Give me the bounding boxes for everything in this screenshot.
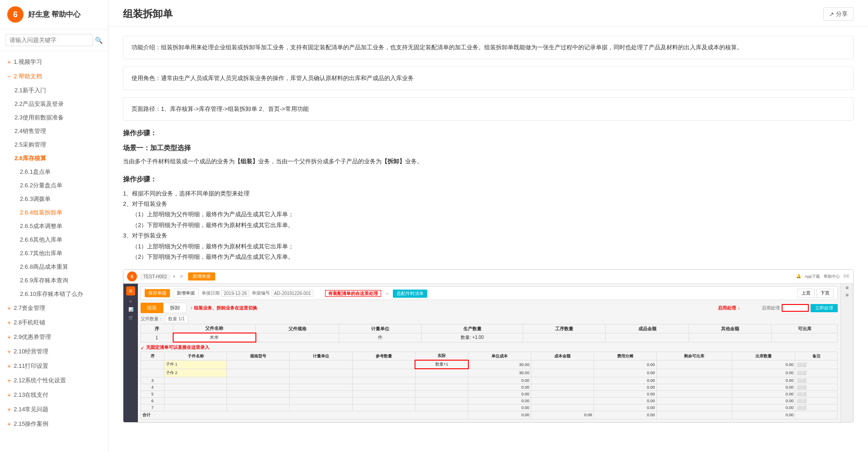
- btd-unit-cost-1: 30.00: [468, 360, 531, 369]
- sidebar-item-video[interactable]: + 1.视频学习: [0, 55, 108, 69]
- sidebar-item-video-label: 1.视频学习: [14, 58, 42, 66]
- sidebar-item-sales[interactable]: 2.4销售管理: [0, 124, 108, 138]
- top-table-label-text: 父件数量：: [141, 316, 163, 322]
- share-button[interactable]: ↗ 分享: [823, 7, 854, 21]
- search-button[interactable]: 🔍: [95, 37, 103, 44]
- plus-icon-2: +: [7, 305, 11, 312]
- sidebar-item-print[interactable]: + 2.11打印设置: [0, 359, 108, 373]
- process-type-disassemble[interactable]: 拆卸: [163, 303, 187, 313]
- plus-icon-5: +: [7, 348, 11, 355]
- inner-new-btn[interactable]: 新增单据: [188, 272, 215, 281]
- sidebar-item-mobile[interactable]: + 2.8手机旺铺: [0, 315, 108, 330]
- inner-main-area: 保存单据 新增单据 单据日期 2019-12-26 单据编号 AD-201912…: [138, 284, 840, 422]
- bth-remain: 剩余可出库: [656, 352, 732, 361]
- sidebar-item-mobile-label: 2.8手机旺铺: [14, 319, 45, 327]
- inner-right-icon-1: ⊕: [845, 285, 849, 290]
- btd-unit-7: [290, 404, 353, 411]
- inner-new-doc-btn[interactable]: 新增单据: [173, 289, 199, 298]
- process-type-assembly[interactable]: 组装: [141, 303, 163, 313]
- btd-remain-6: [656, 397, 732, 404]
- btd-unit-cost-2: 30.00: [468, 369, 531, 377]
- btd-out-qty-1: 0.00: [732, 360, 795, 369]
- sidebar-item-custom[interactable]: + 2.12系统个性化设置: [0, 373, 108, 388]
- inner-nav-icon2: App下载: [805, 274, 820, 280]
- sidebar-item-finance-label: 2.7资金管理: [14, 304, 45, 312]
- sidebar-item-cases[interactable]: + 2.15操作案例: [0, 417, 108, 431]
- sidebar-item-adjust[interactable]: 2.6.3调拨单: [0, 192, 108, 206]
- btd-seq-1: [141, 360, 165, 369]
- footer-total-label: 合计: [141, 411, 468, 419]
- btd-actual-2: [415, 369, 468, 377]
- btd-ref-qty-2: [353, 369, 415, 377]
- btd-cost-amt-5: [531, 390, 594, 397]
- inner-bom-btn[interactable]: 选配件料清单: [393, 290, 427, 298]
- sidebar-item-coupon[interactable]: + 2.9优惠券管理: [0, 330, 108, 344]
- btd-alloc-3: 0.00: [594, 377, 656, 384]
- btd-spec-1: [227, 360, 290, 369]
- steps-sub-title: 操作步骤：: [123, 175, 854, 184]
- btd-unit-5: [290, 390, 353, 397]
- td-avail-out-1: [772, 333, 838, 342]
- bold-assembly: 【组装】: [235, 158, 258, 165]
- table-row: 1 米米 件 数量: +1.00: [141, 333, 838, 342]
- sidebar-item-data[interactable]: 2.3使用前数据准备: [0, 111, 108, 124]
- footer-amount2: 0.06: [531, 411, 594, 419]
- table-row: 6 0.00 0.00 0: [141, 397, 838, 404]
- btd-seq-5: 5: [141, 390, 165, 397]
- plus-icon-6: +: [7, 362, 11, 370]
- table-row: 3 0.00 0.00 0: [141, 377, 838, 384]
- sidebar-item-docs[interactable]: − 2.帮助文档: [0, 69, 108, 84]
- step2-sub2: （2）下部明细为子件明细，最终作为原材料生成其它出库单。: [132, 220, 854, 230]
- step3-sub1: （1）上部明细为父件明细，最终作为原材料生成其它出库单；: [132, 241, 854, 252]
- sidebar-item-install[interactable]: 2.2产品安装及登录: [0, 97, 108, 111]
- sidebar-item-online-pay[interactable]: + 2.13在线支付: [0, 388, 108, 402]
- sidebar-item-stocktake[interactable]: 2.6.1盘点单: [0, 165, 108, 179]
- sidebar-item-faq[interactable]: + 2.14常见问题: [0, 402, 108, 417]
- sidebar-item-error[interactable]: 2.6.10库存账本错了么办: [0, 287, 108, 301]
- inner-save-btn[interactable]: 保存单据: [145, 289, 170, 297]
- main-content: 组装拆卸单 ↗ 分享 功能介绍：组装拆卸单用来处理企业组装或拆卸等加工业务，支持…: [108, 0, 868, 452]
- inner-date-field: 单据日期 2019-12-26: [202, 290, 249, 297]
- btd-ref-qty-4: [353, 384, 415, 390]
- sidebar-item-cost-calc[interactable]: 2.6.8商品成本重算: [0, 260, 108, 274]
- sidebar-item-other-in[interactable]: 2.6.6其他入库单: [0, 233, 108, 247]
- td-prod-amt-1: [606, 333, 689, 342]
- sidebar-item-assembly[interactable]: 2.6.4组装拆卸单: [0, 206, 108, 219]
- footer-spacer1: [656, 411, 732, 419]
- search-input[interactable]: [5, 34, 93, 46]
- sidebar-item-inventory[interactable]: 2.6库存核算: [0, 152, 108, 165]
- sidebar-item-new[interactable]: 2.1新手入门: [0, 84, 108, 97]
- bottom-table-foot: 合计 0.00 0.06 0.00 0.00: [141, 411, 838, 419]
- sidebar-item-stock-check[interactable]: 2.6.9库存账本查询: [0, 274, 108, 287]
- steps-list: 1、根据不同的业务，选择不同单据的类型来处理 2、对于组装业务 （1）上部明细为…: [123, 188, 854, 262]
- sidebar-item-finance[interactable]: + 2.7资金管理: [0, 301, 108, 315]
- btd-seq-4: 4: [141, 384, 165, 390]
- top-table-count: 数量 1/1: [165, 315, 188, 323]
- btd-unit-cost-4: 0.00: [468, 384, 531, 390]
- inner-date-label: 单据日期: [202, 290, 220, 296]
- startup-input[interactable]: [782, 304, 809, 312]
- inner-app-body: ⊞ ≡ 📊 🛒 保存单据 新增单据 单据日期 201: [123, 284, 853, 422]
- sidebar-item-purchase[interactable]: 2.5采购管理: [0, 138, 108, 152]
- btd-child-name-2: 子件 2: [164, 369, 227, 377]
- startup-confirm-btn[interactable]: 立即处理: [811, 304, 838, 312]
- td-unit-1: 件: [339, 333, 421, 342]
- sidebar-item-partition[interactable]: 2.6.2分量盘点单: [0, 179, 108, 192]
- btd-child-name-7: [164, 404, 227, 411]
- top-table-head: 序 父件名称 父件规格 计量单位 生产数量 工序数量 成品金额 其他金额 可出库: [141, 324, 838, 333]
- btd-remark-2: ⬜⬜: [795, 369, 838, 377]
- bth-seq: 序: [141, 352, 165, 361]
- btd-cost-amt-1: [531, 360, 594, 369]
- plus-icon-10: +: [7, 420, 11, 428]
- inner-sidebar-icon-4: 🛒: [128, 315, 133, 320]
- sidebar-item-other-out[interactable]: 2.6.7其他出库单: [0, 247, 108, 260]
- sidebar-item-ops[interactable]: + 2.10经营管理: [0, 344, 108, 359]
- sidebar-item-cost[interactable]: 2.6.5成本调整单: [0, 219, 108, 233]
- annotation3-text: ↑ 组装业务、拆卸业务在这里切换: [190, 305, 257, 311]
- inner-prev-btn[interactable]: 上页: [797, 289, 815, 298]
- inner-right-icons: ⊕ ⊕: [840, 284, 853, 422]
- inner-next-btn[interactable]: 下页: [816, 289, 834, 298]
- bth-remark: 备注: [795, 352, 838, 361]
- btd-spec-6: [227, 397, 290, 404]
- search-area: 🔍: [0, 29, 108, 51]
